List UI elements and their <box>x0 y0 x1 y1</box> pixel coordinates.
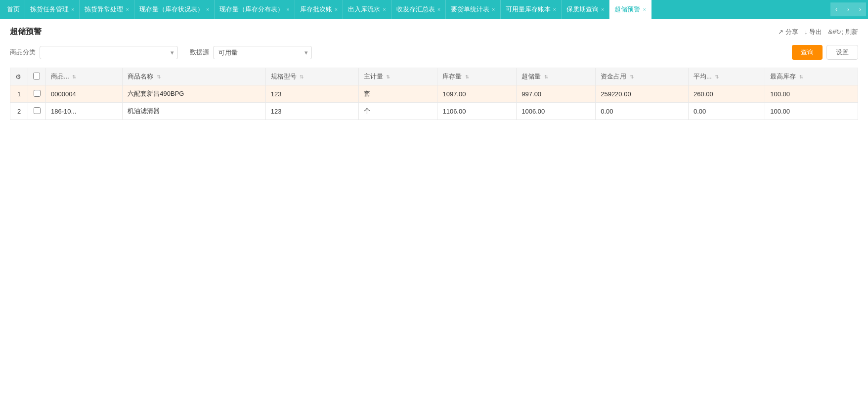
column-spec-label: 规格型号 <box>271 73 297 80</box>
nav-more-button[interactable]: › <box>854 2 866 16</box>
datasource-select-wrapper: 可用量 <box>213 46 312 59</box>
column-settings[interactable]: ⚙ <box>10 68 28 85</box>
nav-tab-stock-status[interactable]: 现存量（库存状况表） × <box>134 0 215 19</box>
nav-tab-task[interactable]: 拣货任务管理 × <box>25 0 80 19</box>
close-tab-available[interactable]: × <box>553 6 556 12</box>
share-icon: ↗ <box>778 28 783 36</box>
column-max-stock-label: 最高库存 <box>770 73 796 80</box>
table-body: 1 0000004 六配套新昌490BPG 123 套 1097.00 997.… <box>10 85 858 120</box>
page-header: 超储预警 ↗ 分享 ↓ 导出 &#↻; 刷新 <box>10 27 858 37</box>
row-product-name: 机油滤清器 <box>123 103 266 120</box>
column-unit[interactable]: 主计量 ⇅ <box>358 68 437 85</box>
column-overflow-label: 超储量 <box>521 73 541 80</box>
export-button[interactable]: ↓ 导出 <box>804 28 823 37</box>
sort-stock-icon: ⇅ <box>465 74 469 79</box>
row-checkbox-cell[interactable] <box>28 103 46 120</box>
close-tab-stock-status[interactable]: × <box>206 6 209 12</box>
sort-unit-icon: ⇅ <box>386 74 390 79</box>
close-tab-summary[interactable]: × <box>437 6 440 12</box>
close-tab-stock-dist[interactable]: × <box>286 6 289 12</box>
column-avg-label: 平均... <box>694 73 712 80</box>
column-overflow[interactable]: 超储量 ⇅ <box>517 68 596 85</box>
close-tab-batch[interactable]: × <box>335 6 338 12</box>
category-select-wrapper <box>40 46 178 59</box>
column-checkbox[interactable] <box>28 68 46 85</box>
gear-icon: ⚙ <box>15 73 21 80</box>
column-product-code[interactable]: 商品... ⇅ <box>46 68 123 85</box>
row-product-name: 六配套新昌490BPG <box>123 85 266 103</box>
row-checkbox[interactable] <box>34 107 41 114</box>
row-unit: 个 <box>358 103 437 120</box>
query-button[interactable]: 查询 <box>792 45 823 60</box>
nav-tab-expiry[interactable]: 保质期查询 × <box>562 0 609 19</box>
page-container: 超储预警 ↗ 分享 ↓ 导出 &#↻; 刷新 商品分类 <box>0 19 868 395</box>
row-overflow: 1006.00 <box>517 103 596 120</box>
row-avg: 260.00 <box>688 85 765 103</box>
close-tab-overflow[interactable]: × <box>643 6 646 12</box>
sort-product-name-icon: ⇅ <box>157 74 161 79</box>
row-checkbox-cell[interactable] <box>28 85 46 103</box>
datasource-select[interactable]: 可用量 <box>213 46 312 59</box>
row-unit: 套 <box>358 85 437 103</box>
export-icon: ↓ <box>804 28 808 36</box>
category-label: 商品分类 <box>10 48 36 57</box>
column-max-stock[interactable]: 最高库存 ⇅ <box>765 68 858 85</box>
row-spec: 123 <box>265 85 358 103</box>
nav-tab-order-stats[interactable]: 要货单统计表 × <box>446 0 500 19</box>
nav-tab-overflow[interactable]: 超储预警 × <box>609 0 651 19</box>
nav-tab-exception[interactable]: 拣货异常处理 × <box>80 0 134 19</box>
top-nav: 首页 拣货任务管理 × 拣货异常处理 × 现存量（库存状况表） × 现存量（库存… <box>0 0 868 19</box>
column-capital[interactable]: 资金占用 ⇅ <box>596 68 689 85</box>
row-number: 2 <box>10 103 28 120</box>
filter-buttons: 查询 设置 <box>792 45 858 60</box>
close-tab-flow[interactable]: × <box>383 6 386 12</box>
column-spec[interactable]: 规格型号 ⇅ <box>265 68 358 85</box>
row-product-code: 0000004 <box>46 85 123 103</box>
row-overflow: 997.00 <box>517 85 596 103</box>
data-table: ⚙ 商品... ⇅ 商品名称 ⇅ 规格型号 ⇅ 主计量 <box>10 68 858 120</box>
row-stock: 1097.00 <box>437 85 517 103</box>
column-avg[interactable]: 平均... ⇅ <box>688 68 765 85</box>
row-capital: 0.00 <box>596 103 689 120</box>
sort-avg-icon: ⇅ <box>715 74 719 79</box>
nav-tab-batch[interactable]: 库存批次账 × <box>295 0 343 19</box>
row-capital: 259220.00 <box>596 85 689 103</box>
select-all-checkbox[interactable] <box>33 73 40 79</box>
nav-tab-stock-dist[interactable]: 现存量（库存分布表） × <box>215 0 295 19</box>
row-product-code: 186-10... <box>46 103 123 120</box>
close-tab-expiry[interactable]: × <box>601 6 604 12</box>
row-number: 1 <box>10 85 28 103</box>
nav-next-button[interactable]: › <box>842 2 854 16</box>
nav-tab-available[interactable]: 可用量库存账本 × <box>501 0 562 19</box>
sort-overflow-icon: ⇅ <box>544 74 548 79</box>
close-tab-order-stats[interactable]: × <box>492 6 495 12</box>
nav-tab-summary[interactable]: 收发存汇总表 × <box>391 0 446 19</box>
nav-prev-button[interactable]: ‹ <box>830 2 842 16</box>
column-product-name[interactable]: 商品名称 ⇅ <box>123 68 266 85</box>
refresh-icon: &#↻; <box>828 28 843 36</box>
row-max-stock: 100.00 <box>765 85 858 103</box>
share-button[interactable]: ↗ 分享 <box>778 28 798 37</box>
datasource-filter: 数据源 可用量 <box>190 46 312 59</box>
column-product-code-label: 商品... <box>51 73 69 80</box>
close-tab-exception[interactable]: × <box>126 6 129 12</box>
row-max-stock: 100.00 <box>765 103 858 120</box>
nav-arrows: ‹ › › <box>830 2 866 16</box>
table-row: 1 0000004 六配套新昌490BPG 123 套 1097.00 997.… <box>10 85 858 103</box>
page-title: 超储预警 <box>10 27 42 37</box>
row-checkbox[interactable] <box>34 90 41 97</box>
column-stock[interactable]: 库存量 ⇅ <box>437 68 517 85</box>
nav-tab-flow[interactable]: 出入库流水 × <box>343 0 391 19</box>
settings-button[interactable]: 设置 <box>826 45 858 60</box>
sort-product-code-icon: ⇅ <box>72 74 76 79</box>
sort-spec-icon: ⇅ <box>300 74 304 79</box>
datasource-label: 数据源 <box>190 48 209 57</box>
category-select[interactable] <box>40 46 178 59</box>
nav-tab-home[interactable]: 首页 <box>2 0 25 19</box>
column-unit-label: 主计量 <box>364 73 383 80</box>
refresh-button[interactable]: &#↻; 刷新 <box>828 28 858 37</box>
close-tab-task[interactable]: × <box>71 6 74 12</box>
table-header: ⚙ 商品... ⇅ 商品名称 ⇅ 规格型号 ⇅ 主计量 <box>10 68 858 85</box>
table-header-row: ⚙ 商品... ⇅ 商品名称 ⇅ 规格型号 ⇅ 主计量 <box>10 68 858 85</box>
header-actions: ↗ 分享 ↓ 导出 &#↻; 刷新 <box>778 28 858 37</box>
